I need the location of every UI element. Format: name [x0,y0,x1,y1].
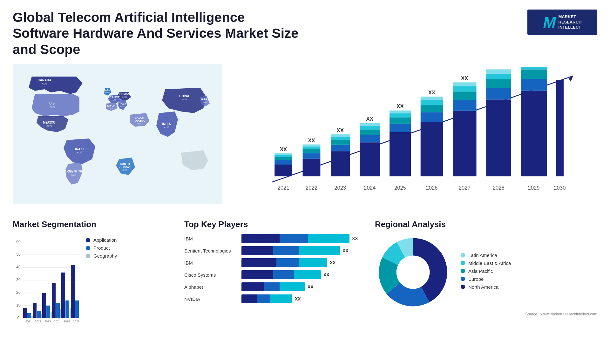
legend-application: Application [86,237,117,243]
svg-text:50: 50 [16,252,21,257]
map-container: CANADA xx% U.S. xx% MEXICO xx% BRAZIL xx… [13,64,222,210]
svg-point-141 [397,256,429,288]
player-row-alphabet: Alphabet XX [184,282,369,291]
svg-rect-56 [360,142,380,176]
svg-text:xx%: xx% [111,99,116,102]
segmentation-panel: Market Segmentation 0 10 20 30 40 50 60 [13,219,178,340]
svg-rect-80 [453,86,476,92]
svg-rect-39 [274,153,292,155]
svg-rect-64 [390,124,411,132]
bar-chart-container: XX 2021 XX 2022 [229,64,597,210]
svg-rect-50 [331,145,350,151]
legend-dot-north-america [461,285,465,289]
svg-text:2024: 2024 [364,185,376,191]
svg-text:2023: 2023 [44,320,51,323]
logo-area: M MARKET RESEARCH INTELLECT [527,10,597,35]
svg-text:xx%: xx% [122,168,127,171]
svg-rect-65 [390,118,411,124]
legend-dot-product [86,246,90,250]
svg-text:xx%: xx% [105,91,109,94]
svg-text:SPAIN: SPAIN [107,104,116,107]
svg-text:MEXICO: MEXICO [43,121,56,124]
svg-text:2022: 2022 [306,185,317,191]
svg-rect-130 [65,300,69,318]
seg-chart-wrap: 0 10 20 30 40 50 60 [13,234,83,324]
player-row-cisco: Cisco Systems XX [184,270,369,279]
svg-rect-94 [521,67,547,69]
player-bar-sentient [241,246,340,255]
player-row-ibm1: IBM XX [184,234,369,243]
regional-inner: Latin America Middle East & Africa Asia … [375,234,597,310]
svg-text:60: 60 [16,239,21,244]
svg-text:XX: XX [396,103,404,109]
legend-label-geography: Geography [93,253,117,259]
svg-rect-73 [421,100,443,105]
regional-panel: Regional Analysis [375,219,597,340]
svg-rect-38 [274,155,292,157]
legend-label-product: Product [93,245,110,251]
svg-text:2029: 2029 [528,185,539,191]
player-bar-ibm2 [241,258,327,267]
svg-rect-87 [486,74,511,79]
svg-rect-78 [453,100,476,111]
legend-dot-application [86,238,90,242]
segmentation-inner: 0 10 20 30 40 50 60 [13,234,178,324]
legend-dot-asia-pacific [461,269,465,273]
player-name-ibm2: IBM [184,260,241,266]
donut-chart-svg [375,234,451,310]
header: Global Telecom Artificial Intelligence S… [13,10,597,57]
player-xx-sentient: XX [342,248,349,253]
legend-europe: Europe [461,276,511,282]
world-map-svg: CANADA xx% U.S. xx% MEXICO xx% BRAZIL xx… [13,64,222,204]
svg-rect-114 [27,313,31,318]
svg-text:XX: XX [461,75,468,81]
logo-box: M MARKET RESEARCH INTELLECT [527,10,597,35]
svg-text:30: 30 [16,278,21,282]
svg-rect-79 [453,91,476,100]
svg-text:20: 20 [16,290,21,295]
legend-label-asia-pacific: Asia Pacific [468,268,493,274]
player-name-alphabet: Alphabet [184,284,241,290]
svg-rect-117 [33,303,37,318]
svg-rect-71 [421,112,443,122]
svg-text:2021: 2021 [277,185,289,191]
svg-text:ARABIA: ARABIA [134,119,145,122]
svg-text:xx%: xx% [181,98,187,101]
svg-text:2022: 2022 [35,320,41,323]
svg-rect-92 [521,79,547,91]
bottom-section: Market Segmentation 0 10 20 30 40 50 60 [13,219,597,340]
regional-legend: Latin America Middle East & Africa Asia … [461,253,511,292]
player-bar-ibm1 [241,234,349,243]
logo-text: MARKET RESEARCH INTELLECT [559,14,582,30]
player-bar-wrap-ibm2: XX [241,258,369,267]
player-name-nvidia: NVIDIA [184,296,241,302]
svg-text:2024: 2024 [54,320,60,323]
player-xx-cisco: XX [323,272,329,277]
logo-letter: M [543,14,556,31]
svg-text:XX: XX [308,138,315,144]
svg-rect-58 [360,130,380,135]
legend-label-mea: Middle East & Africa [468,260,511,266]
svg-rect-133 [71,265,75,318]
svg-text:XX: XX [337,127,344,133]
player-bar-wrap-nvidia: XX [241,294,369,303]
player-bar-nvidia [241,294,292,303]
player-xx-nvidia: XX [295,296,301,301]
svg-text:xx%: xx% [50,105,55,108]
legend-dot-europe [461,277,465,281]
svg-rect-74 [421,97,443,100]
top-section: CANADA xx% U.S. xx% MEXICO xx% BRAZIL xx… [13,64,597,210]
player-name-sentient: Sentient Technologies [184,248,241,253]
svg-text:U.K.: U.K. [104,88,110,91]
player-bar-alphabet [241,282,305,291]
svg-text:ITALY: ITALY [119,102,126,105]
svg-rect-129 [61,273,65,318]
source-text: Source : www.marketresearchintellect.com [375,312,597,316]
svg-text:0: 0 [17,316,20,320]
svg-text:AFRICA: AFRICA [119,165,130,168]
player-bar-cisco [241,270,321,279]
player-name-ibm1: IBM [184,236,241,241]
svg-text:2026: 2026 [426,185,437,191]
svg-rect-53 [331,134,350,137]
page-wrapper: Global Telecom Artificial Intelligence S… [0,0,610,364]
